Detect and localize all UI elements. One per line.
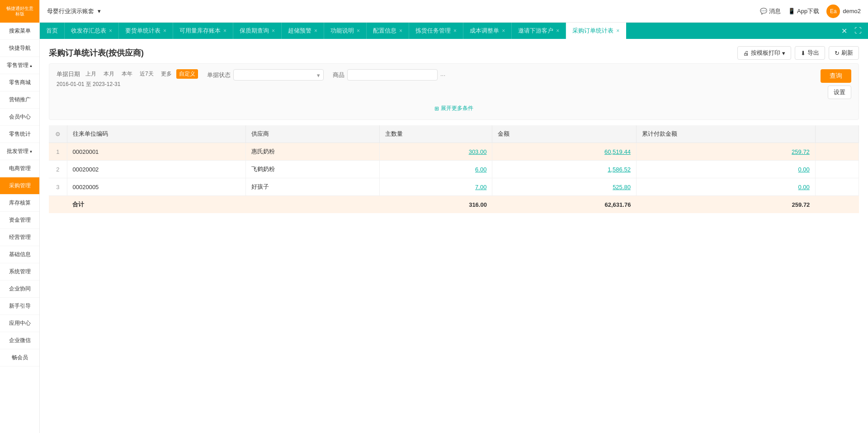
search-button[interactable]: 查询 bbox=[821, 69, 851, 83]
nav-tab-close[interactable]: × bbox=[163, 28, 166, 34]
nav-tab-close[interactable]: × bbox=[223, 28, 226, 34]
col-amount: 金额 bbox=[492, 125, 636, 143]
nav-tab-功能说明[interactable]: 功能说明× bbox=[324, 23, 367, 39]
nav-tab-首页[interactable]: 首页 bbox=[40, 23, 65, 39]
sidebar-item-retail-stat[interactable]: 零售统计 bbox=[0, 126, 39, 143]
nav-tab-要货单统计表[interactable]: 要货单统计表× bbox=[119, 23, 173, 39]
nav-tab-close[interactable]: × bbox=[314, 28, 317, 34]
cell-amount[interactable]: 1,586.52 bbox=[492, 161, 636, 178]
status-filter: 单据状态 bbox=[207, 69, 324, 81]
expand-button[interactable]: ⊞ 展开更多条件 bbox=[429, 103, 479, 114]
sidebar-item-finance[interactable]: 资金管理 bbox=[0, 212, 39, 229]
table-footer-row: 合计 316.00 62,631.76 259.72 bbox=[49, 196, 859, 214]
nav-tab-保质期查询[interactable]: 保质期查询× bbox=[233, 23, 282, 39]
nav-tab-close[interactable]: × bbox=[453, 28, 457, 34]
nav-tab-拣货任务管理[interactable]: 拣货任务管理× bbox=[409, 23, 463, 39]
refresh-icon: ↻ bbox=[835, 50, 840, 57]
nav-tab-close[interactable]: × bbox=[109, 28, 112, 34]
export-button[interactable]: ⬇ 导出 bbox=[795, 46, 825, 60]
print-button[interactable]: 🖨 按模板打印 ▾ bbox=[737, 46, 791, 60]
page-header: 采购订单统计表(按供应商) 🖨 按模板打印 ▾ ⬇ 导出 ↻ 刷新 bbox=[40, 39, 868, 63]
nav-tab-收发存汇总表[interactable]: 收发存汇总表× bbox=[65, 23, 119, 39]
cell-code: 00020002 bbox=[67, 161, 246, 178]
sidebar-items: 搜索菜单快捷导航零售管理零售商城营销推广会员中心零售统计批发管理电商管理采购管理… bbox=[0, 23, 39, 433]
goods-filter: 商品 ··· bbox=[333, 69, 446, 81]
refresh-button[interactable]: ↻ 刷新 bbox=[829, 46, 859, 60]
cell-paid[interactable]: 259.72 bbox=[636, 143, 815, 161]
message-icon: 💬 bbox=[760, 8, 767, 14]
nav-tab-超储预警[interactable]: 超储预警× bbox=[282, 23, 324, 39]
sidebar-item-retail-shop[interactable]: 零售商城 bbox=[0, 74, 39, 91]
nav-tab-close[interactable]: × bbox=[357, 28, 360, 34]
nav-tab-label: 成本调整单 bbox=[470, 27, 499, 35]
user-name: demo2 bbox=[843, 8, 861, 14]
sidebar-item-inventory[interactable]: 库存核算 bbox=[0, 195, 39, 212]
sidebar-item-search[interactable]: 搜索菜单 bbox=[0, 23, 39, 40]
close-tab-button[interactable]: ✕ bbox=[839, 26, 850, 36]
cell-supplier: 飞鹤奶粉 bbox=[246, 161, 380, 178]
user-menu[interactable]: Ea demo2 bbox=[826, 5, 861, 18]
status-select[interactable] bbox=[233, 69, 324, 81]
sidebar-item-system[interactable]: 系统管理 bbox=[0, 263, 39, 281]
date-btn-this-year[interactable]: 本年 bbox=[119, 69, 135, 79]
settings-button[interactable]: 设置 bbox=[828, 86, 851, 99]
sidebar-item-appstore[interactable]: 应用中心 bbox=[0, 315, 39, 332]
table-row: 1 00020001 惠氏奶粉 303.00 60,519.44 259.72 bbox=[49, 143, 859, 161]
app-download-button[interactable]: 📱 App下载 bbox=[788, 7, 819, 15]
goods-input[interactable] bbox=[347, 69, 438, 81]
sidebar-item-guide[interactable]: 新手引导 bbox=[0, 298, 39, 315]
table-row: 2 00020002 飞鹤奶粉 6.00 1,586.52 0.00 bbox=[49, 161, 859, 178]
nav-tab-close[interactable]: × bbox=[556, 28, 559, 34]
sidebar-item-ecommerce[interactable]: 电商管理 bbox=[0, 160, 39, 177]
footer-qty: 316.00 bbox=[380, 196, 492, 214]
cell-qty[interactable]: 6.00 bbox=[380, 161, 492, 178]
sidebar-item-retail[interactable]: 零售管理 bbox=[0, 57, 39, 74]
date-btn-7days[interactable]: 近7天 bbox=[137, 69, 156, 79]
date-filter: 单据日期 上月 本月 本年 近7天 更多 自定义 2016-01-01 至 20… bbox=[57, 69, 198, 88]
page-actions: 🖨 按模板打印 ▾ ⬇ 导出 ↻ 刷新 bbox=[737, 46, 859, 60]
cell-qty[interactable]: 303.00 bbox=[380, 143, 492, 161]
sidebar-item-member[interactable]: 会员中心 bbox=[0, 109, 39, 126]
sidebar-item-wechat[interactable]: 企业微信 bbox=[0, 332, 39, 349]
nav-tab-邀请下游客户[interactable]: 邀请下游客户× bbox=[512, 23, 566, 39]
gear-icon[interactable]: ⚙ bbox=[55, 131, 61, 138]
nav-tab-成本调整单[interactable]: 成本调整单× bbox=[463, 23, 512, 39]
cell-amount[interactable]: 525.80 bbox=[492, 178, 636, 196]
nav-tab-采购订单统计表[interactable]: 采购订单统计表× bbox=[566, 23, 626, 39]
topbar-right: 💬 消息 📱 App下载 Ea demo2 bbox=[760, 5, 861, 18]
topbar: 母婴行业演示账套 ▾ 💬 消息 📱 App下载 Ea demo2 bbox=[40, 0, 868, 23]
nav-tab-label: 可用量库存账本 bbox=[179, 27, 221, 35]
nav-tab-配置信息[interactable]: 配置信息× bbox=[367, 23, 409, 39]
nav-tab-label: 配置信息 bbox=[373, 27, 396, 35]
cell-paid[interactable]: 0.00 bbox=[636, 178, 815, 196]
print-dropdown-icon: ▾ bbox=[782, 50, 785, 57]
sidebar-item-basic[interactable]: 基础信息 bbox=[0, 246, 39, 263]
date-btn-custom[interactable]: 自定义 bbox=[176, 69, 198, 79]
sidebar-item-collab[interactable]: 企业协同 bbox=[0, 281, 39, 298]
expand-row: ⊞ 展开更多条件 bbox=[57, 103, 851, 114]
sidebar-item-nav[interactable]: 快捷导航 bbox=[0, 40, 39, 57]
nav-tab-close[interactable]: × bbox=[272, 28, 275, 34]
messages-button[interactable]: 💬 消息 bbox=[760, 7, 781, 15]
cell-qty[interactable]: 7.00 bbox=[380, 178, 492, 196]
maximize-button[interactable]: ⛶ bbox=[852, 26, 864, 36]
workspace-dropdown[interactable]: ▾ bbox=[98, 8, 101, 14]
nav-tab-close[interactable]: × bbox=[399, 28, 402, 34]
sidebar-item-marketing[interactable]: 营销推广 bbox=[0, 91, 39, 109]
sidebar-item-operation[interactable]: 经营管理 bbox=[0, 229, 39, 246]
cell-paid[interactable]: 0.00 bbox=[636, 161, 815, 178]
date-btn-this-month[interactable]: 本月 bbox=[101, 69, 117, 79]
nav-tab-close[interactable]: × bbox=[502, 28, 505, 34]
goods-more-icon[interactable]: ··· bbox=[440, 71, 446, 79]
date-btn-more[interactable]: 更多 bbox=[158, 69, 175, 79]
nav-tab-close[interactable]: × bbox=[616, 28, 619, 34]
date-btn-last-month[interactable]: 上月 bbox=[83, 69, 99, 79]
nav-tab-label: 采购订单统计表 bbox=[572, 27, 613, 35]
cell-amount[interactable]: 60,519.44 bbox=[492, 143, 636, 161]
sidebar-item-vip[interactable]: 畅会员 bbox=[0, 349, 39, 366]
sidebar-item-purchase[interactable]: 采购管理 bbox=[0, 177, 39, 195]
sidebar-item-wholesale[interactable]: 批发管理 bbox=[0, 143, 39, 160]
main-area: 母婴行业演示账套 ▾ 💬 消息 📱 App下载 Ea demo2 首页收发存汇总… bbox=[40, 0, 868, 433]
app-download-icon: 📱 bbox=[788, 8, 795, 14]
nav-tab-可用量库存账本[interactable]: 可用量库存账本× bbox=[173, 23, 233, 39]
